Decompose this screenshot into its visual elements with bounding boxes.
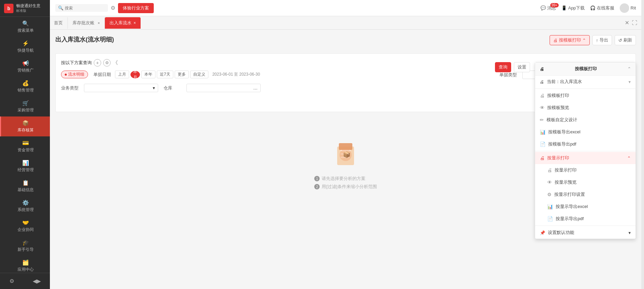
warehouse-more-icon: … bbox=[253, 85, 258, 90]
window-controls: ✕ ⛶ bbox=[625, 20, 637, 26]
sidebar-item-sales[interactable]: 💰 销售管理 bbox=[0, 77, 50, 97]
sidebar-bottom: ⚙ ◀▶ bbox=[0, 273, 50, 289]
sidebar-item-enterprise[interactable]: 🤝 企业协同 bbox=[0, 216, 50, 236]
step-2-text: 用[过滤]条件来缩小分析范围 bbox=[322, 184, 377, 190]
svg-text:📦: 📦 bbox=[343, 151, 351, 158]
print-template-button[interactable]: 🖨 按模板打印 ⌃ bbox=[550, 35, 590, 45]
dropdown-current[interactable]: 🖨 当前：出入库流水 ▾ bbox=[535, 76, 636, 88]
header-search-box[interactable]: 🔍 bbox=[55, 4, 108, 12]
tab-flow-close[interactable]: × bbox=[134, 21, 136, 25]
template-preview-label: 按模板预览 bbox=[547, 105, 569, 111]
sidebar-item-system[interactable]: ⚙️ 系统管理 bbox=[0, 196, 50, 216]
filter-settings-button[interactable]: ⚙ bbox=[103, 59, 111, 67]
template-excel-label: 按模板导出excel bbox=[548, 129, 580, 135]
tab-flow[interactable]: 出入库流水 × bbox=[105, 17, 141, 29]
tab-batch-close[interactable]: × bbox=[98, 21, 100, 25]
system-icon: ⚙️ bbox=[22, 200, 29, 206]
filter-collapse-icon[interactable]: 《 bbox=[113, 59, 118, 67]
dropdown-template-preview[interactable]: 👁 按模板预览 bbox=[535, 102, 636, 114]
date-label: 单据日期 bbox=[93, 72, 114, 78]
divider-1 bbox=[535, 88, 636, 89]
display-section-header[interactable]: 🖨 按显示打印 ⌃ bbox=[535, 152, 636, 164]
empty-step-1: 1 请先选择要分析的方案 bbox=[314, 176, 377, 182]
filter-query-label: 按以下方案查询 + ⚙ 《 bbox=[61, 59, 118, 67]
dropdown-current-label: 当前：出入库流水 bbox=[547, 79, 582, 85]
template-print-icon: 🖨 bbox=[540, 93, 545, 98]
dropdown-template-customize[interactable]: ✏ 模板自定义设计 bbox=[535, 114, 636, 126]
dropdown-title: 按模板打印 bbox=[575, 66, 597, 72]
date-7days[interactable]: 近7天 bbox=[157, 71, 173, 78]
dropdown-display-pdf[interactable]: 📄 按显示导出pdf bbox=[535, 213, 636, 225]
date-prev-month[interactable]: 上月 bbox=[115, 71, 129, 78]
brand-sub: 标准版 bbox=[16, 8, 40, 13]
right-scrollbar[interactable] bbox=[641, 0, 644, 289]
dropdown-template-excel[interactable]: 📊 按模板导出excel bbox=[535, 126, 636, 138]
message-badge[interactable]: 💬 消息 99+ bbox=[540, 5, 556, 11]
dropdown-default-setting[interactable]: 📌 设置默认功能 ▾ bbox=[535, 227, 636, 239]
step-2-number: 2 bbox=[314, 184, 320, 189]
sidebar-item-basic[interactable]: 📋 基础信息 bbox=[0, 176, 50, 196]
setting-arrow: ▾ bbox=[628, 230, 631, 235]
query-button[interactable]: 查询 bbox=[495, 62, 511, 72]
app-download[interactable]: 📱 App下载 bbox=[561, 5, 585, 11]
sidebar-item-label-system: 系统管理 bbox=[18, 207, 34, 213]
purchase-icon: 🛒 bbox=[22, 100, 29, 106]
sidebar-item-label-purchase: 采购管理 bbox=[18, 107, 34, 113]
dropdown-display-excel[interactable]: 📊 按显示导出excel bbox=[535, 201, 636, 213]
top-action-bar: 🖨 按模板打印 ⌃ ↑ 导出 ↺ 刷新 bbox=[550, 35, 636, 45]
business-type-label: 业务类型 bbox=[61, 85, 81, 91]
username-label: Rit bbox=[631, 5, 636, 10]
display-settings-label: 按显示打印设置 bbox=[554, 191, 585, 198]
close-window-icon[interactable]: ✕ bbox=[625, 20, 629, 26]
headset-icon: 🎧 bbox=[590, 5, 595, 10]
gear-icon[interactable]: ⚙ bbox=[111, 5, 115, 11]
dropdown-template-pdf[interactable]: 📄 按模板导出pdf bbox=[535, 138, 636, 150]
business-type-select[interactable]: ▾ bbox=[84, 84, 158, 92]
dropdown-display-settings[interactable]: ⚙ 按显示打印设置 bbox=[535, 188, 636, 201]
sidebar-item-appstore[interactable]: 🗂️ 应用中心 bbox=[0, 256, 50, 273]
sidebar-item-operation[interactable]: 📊 经营管理 bbox=[0, 156, 50, 176]
settings-bottom-icon[interactable]: ⚙ bbox=[8, 277, 16, 286]
date-current-month[interactable]: 本月 bbox=[130, 71, 140, 78]
warehouse-select[interactable]: … bbox=[186, 84, 261, 92]
template-print-label: 按模板打印 bbox=[547, 93, 569, 99]
current-arrow: ▾ bbox=[628, 79, 631, 84]
settings-button[interactable]: 设置 bbox=[514, 62, 530, 72]
sidebar-item-shortcut[interactable]: ⚡ 快捷导航 bbox=[0, 37, 50, 57]
dropdown-display-preview[interactable]: 👁 按显示预览 bbox=[535, 176, 636, 188]
filter-add-button[interactable]: + bbox=[94, 59, 101, 67]
export-button[interactable]: ↑ 导出 bbox=[592, 35, 612, 45]
sidebar-item-search[interactable]: 🔍 搜索菜单 bbox=[0, 17, 50, 37]
date-custom[interactable]: 自定义 bbox=[190, 71, 208, 78]
chevron-up-icon: ⌃ bbox=[582, 38, 586, 43]
user-menu[interactable]: Rit bbox=[620, 3, 636, 13]
sidebar-item-marketing[interactable]: 📢 营销推广 bbox=[0, 57, 50, 77]
search-input[interactable] bbox=[65, 6, 105, 10]
warehouse-label: 仓库 bbox=[164, 85, 184, 91]
maximize-window-icon[interactable]: ⛶ bbox=[632, 20, 637, 26]
collapse-icon[interactable]: ◀▶ bbox=[31, 277, 42, 286]
display-print-label: 按显示打印 bbox=[555, 167, 577, 173]
date-range-display: 2023-06-01 至 2023-06-30 bbox=[212, 72, 260, 77]
date-more[interactable]: 更多 bbox=[175, 71, 189, 78]
sidebar-item-inventory[interactable]: 📦 库存核算 bbox=[0, 116, 50, 136]
sidebar-item-purchase[interactable]: 🛒 采购管理 bbox=[0, 97, 50, 116]
display-preview-icon: 👁 bbox=[547, 180, 552, 185]
basic-icon: 📋 bbox=[22, 180, 29, 186]
dropdown-template-print[interactable]: 🖨 按模板打印 bbox=[535, 89, 636, 102]
tab-home[interactable]: 首页 bbox=[54, 17, 68, 29]
trial-button[interactable]: 体验行业方案 bbox=[118, 3, 154, 13]
print-dropdown-panel: 🖨 按模板打印 ⌃ 🖨 当前：出入库流水 ▾ 🖨 按模板打印 👁 按模板预览 bbox=[535, 62, 636, 239]
query-action-area: 查询 设置 bbox=[495, 62, 530, 72]
sidebar-item-guide[interactable]: 🎓 新手引导 bbox=[0, 236, 50, 256]
sidebar-item-label-guide: 新手引导 bbox=[18, 247, 34, 253]
sidebar-item-finance[interactable]: 💳 资金管理 bbox=[0, 136, 50, 156]
date-this-year[interactable]: 本年 bbox=[141, 71, 155, 78]
tab-flow-label: 出入库流水 bbox=[110, 20, 131, 26]
tab-batch[interactable]: 库存批次账 × bbox=[68, 17, 105, 29]
dropdown-display-print[interactable]: 🖨 按显示打印 bbox=[535, 164, 636, 176]
online-service[interactable]: 🎧 在线客服 bbox=[590, 5, 614, 11]
app-download-label: App下载 bbox=[568, 5, 585, 11]
refresh-button[interactable]: ↺ 刷新 bbox=[615, 35, 636, 45]
type-label: 单据类型 bbox=[499, 72, 520, 78]
